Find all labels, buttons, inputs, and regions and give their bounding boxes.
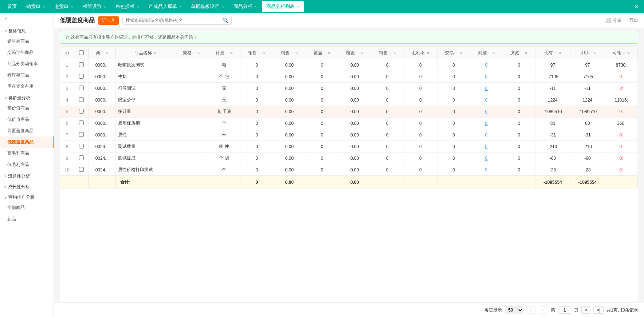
sidebar-item-高覆盖度商品[interactable]: 高覆盖度商品: [0, 125, 54, 136]
nav-item-产成品入库单[interactable]: 产成品入库单×: [144, 1, 186, 12]
nav-close-icon[interactable]: ×: [104, 4, 106, 9]
col-header-coverage2[interactable]: 覆盖... ⇅: [338, 47, 371, 59]
gear-icon[interactable]: ⚙: [65, 51, 69, 56]
row-checkbox[interactable]: [79, 120, 84, 125]
nav-close-icon[interactable]: ×: [71, 4, 73, 9]
nav-item-商品分析[interactable]: 商品分析×: [229, 1, 261, 12]
sidebar-item-库存资金占用[interactable]: 库存资金占用: [0, 81, 54, 92]
chevron-icon: >: [4, 185, 7, 189]
date-filter-button[interactable]: 近一月: [98, 16, 119, 25]
sort-icon: ⇅: [294, 51, 298, 55]
nav-item-单据模板设置[interactable]: 单据模板设置×: [186, 1, 228, 12]
search-input[interactable]: [126, 18, 222, 23]
row-checkbox[interactable]: [79, 97, 84, 102]
sidebar-toggle[interactable]: «: [0, 13, 54, 25]
nav-item-销货单[interactable]: 销货单×: [22, 1, 49, 12]
sidebar-item-高价值商品[interactable]: 高价值商品: [0, 103, 54, 114]
chevron-icon: ∨: [4, 29, 7, 33]
row-checkbox[interactable]: [79, 167, 84, 172]
sidebar-group-流通性分析[interactable]: >流通性分析: [0, 170, 54, 181]
nav-item-权限设置[interactable]: 权限设置×: [78, 1, 110, 12]
next-page-button[interactable]: >: [581, 306, 590, 314]
main-content: 低覆盖度商品 近一月 🔍 ⬜ 分享 ↑ 导出: [54, 13, 644, 317]
col-header-sales3[interactable]: 销售... ⇅: [371, 47, 404, 59]
table-row: 90024...测试提成个,袋00.0000.0000000-60-600:: [60, 152, 638, 164]
sort-icon: ⇅: [229, 51, 233, 55]
nav-item-进货单[interactable]: 进货单×: [50, 1, 77, 12]
col-header-spec[interactable]: 规格... ⇅: [175, 47, 208, 59]
nav-item-商品分析列表[interactable]: 商品分析列表×: [262, 1, 303, 12]
nav-close-icon[interactable]: ×: [137, 4, 139, 9]
page-prefix-label: 第: [551, 307, 555, 313]
col-header-browse1[interactable]: 浏览... ⇅: [470, 47, 503, 59]
prev-page-button[interactable]: <: [539, 306, 548, 314]
table-row: 100024...属性价格打印测试个00.0000.0000000-28-280…: [60, 164, 638, 176]
sidebar-item-有库存商品[interactable]: 有库存商品: [0, 70, 54, 81]
sort-icon: ⇅: [392, 51, 396, 55]
search-icon[interactable]: 🔍: [222, 17, 228, 23]
sidebar-group-整体信息[interactable]: ∨整体信息: [0, 25, 54, 36]
row-checkbox[interactable]: [79, 74, 84, 79]
col-header-coverage1[interactable]: 覆盖... ⇅: [306, 47, 338, 59]
chevron-icon: ∨: [4, 96, 7, 100]
sidebar-item-全部商品[interactable]: 全部商品: [0, 202, 54, 213]
table-row: 40000...眼宝公仔只00.0000.0000000122412241101…: [60, 94, 638, 106]
sidebar-group-类群量分析[interactable]: ∨类群量分析: [0, 92, 54, 103]
col-header-gear[interactable]: ⚙: [60, 47, 74, 59]
sidebar-item-销售类商品[interactable]: 销售类商品: [0, 36, 54, 47]
page-title: 低覆盖度商品: [60, 17, 95, 24]
sidebar-item-高毛利商品[interactable]: 高毛利商品: [0, 148, 54, 159]
nav-close-icon[interactable]: ×: [297, 4, 299, 9]
share-button[interactable]: ⬜ 分享: [606, 17, 621, 24]
last-page-button[interactable]: >|: [593, 306, 604, 314]
col-header-transaction[interactable]: 交易... ⇅: [437, 47, 470, 59]
col-header-unit[interactable]: 计量... ⇅: [208, 47, 240, 59]
window-close-button[interactable]: ×: [632, 2, 641, 11]
sidebar-item-商品分类动销率[interactable]: 商品分类动销率: [0, 58, 54, 70]
sidebar-item-低覆盖度商品[interactable]: 低覆盖度商品: [0, 136, 54, 148]
sort-icon: ⇅: [491, 51, 495, 55]
sidebar-group-成长性分析[interactable]: >成长性分析: [0, 181, 54, 191]
pagination-bar: 每页显示 2050100200 K < 第 页 > >| 共1页, 10条记录: [54, 303, 644, 317]
col-header-sales_qty[interactable]: 销售... ⇅: [240, 47, 273, 59]
col-header-saleable[interactable]: 可销... ⇅: [605, 47, 638, 59]
row-checkbox[interactable]: [79, 144, 84, 148]
col-header-sales_amt[interactable]: 销售... ⇅: [273, 47, 306, 59]
sidebar-item-交易过的商品[interactable]: 交易过的商品: [0, 47, 54, 58]
table-row: 70000...属性米00.0000.0000000-31-310:: [60, 129, 638, 141]
nav-close-icon[interactable]: ×: [221, 4, 224, 9]
total-row: 合计:00.000.00-1095554-1095554: [60, 176, 638, 189]
sidebar-group-营销推广分析[interactable]: ∨营销推广分析: [0, 191, 54, 202]
select-all-checkbox[interactable]: [79, 50, 84, 55]
row-checkbox[interactable]: [79, 86, 84, 90]
sidebar-item-新品[interactable]: 新品: [0, 213, 54, 225]
sidebar-item-低价值商品[interactable]: 低价值商品: [0, 114, 54, 125]
col-header-available[interactable]: 可用... ⇅: [570, 47, 605, 59]
data-table-container: ⚙商... ⇅商品名称 ⇅规格... ⇅计量... ⇅销售... ⇅销售... …: [60, 47, 638, 303]
first-page-button[interactable]: K: [526, 306, 536, 314]
nav-close-icon[interactable]: ×: [255, 4, 257, 9]
col-header-checkbox[interactable]: [74, 47, 89, 59]
row-checkbox[interactable]: [79, 132, 84, 137]
col-header-current[interactable]: 现有... ⇅: [535, 47, 570, 59]
sort-icon: ⇅: [458, 51, 462, 55]
page-number-input[interactable]: [558, 306, 571, 314]
col-header-code[interactable]: 商... ⇅: [89, 47, 116, 59]
row-checkbox[interactable]: [79, 62, 84, 67]
col-header-name[interactable]: 商品名称 ⇅: [115, 47, 175, 59]
row-checkbox[interactable]: [79, 109, 84, 114]
sidebar-item-低毛利商品[interactable]: 低毛利商品: [0, 159, 54, 170]
row-checkbox[interactable]: [79, 155, 84, 160]
nav-item-首页[interactable]: 首页: [3, 1, 21, 12]
info-banner: ☆ 这类商品只有很少客户购买过，是推广不够，还是商品本身问题？: [60, 31, 638, 44]
table-row: 80024...测试数量袋,件00.0000.0000000-210-2100:: [60, 141, 638, 152]
per-page-select[interactable]: 2050100200: [505, 306, 523, 314]
col-header-browse2[interactable]: 浏览... ⇅: [503, 47, 535, 59]
nav-close-icon[interactable]: ×: [179, 4, 181, 9]
col-header-margin[interactable]: 毛利率 ⇅: [404, 47, 437, 59]
sort-icon: ⇅: [359, 51, 363, 55]
export-button[interactable]: ↑ 导出: [626, 17, 638, 24]
nav-close-icon[interactable]: ×: [43, 4, 45, 9]
nav-item-角色授权[interactable]: 角色授权×: [111, 1, 143, 12]
page-header: 低覆盖度商品 近一月 🔍 ⬜ 分享 ↑ 导出: [54, 13, 644, 28]
